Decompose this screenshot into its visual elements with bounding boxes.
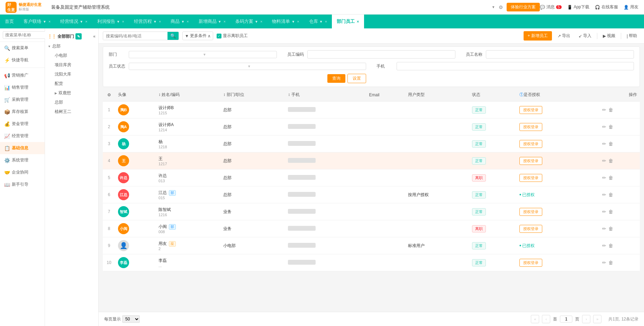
sidebar-item-search[interactable]: 🔍 搜索菜单 xyxy=(0,42,45,54)
sidebar-item-system[interactable]: ⚙️ 系统管理 xyxy=(0,154,45,166)
edit-btn[interactable]: ✏ xyxy=(602,226,606,231)
edit-btn[interactable]: ✏ xyxy=(602,158,606,164)
sidebar-item-finance[interactable]: 💰 资金管理 xyxy=(0,118,45,130)
tab-goods[interactable]: 商品 ▼× xyxy=(166,15,193,28)
auth-login-btn[interactable]: 授权登录 xyxy=(519,259,542,267)
import-btn[interactable]: ↙ 导入 xyxy=(576,32,594,40)
filter-status-select[interactable]: ▼ xyxy=(129,63,366,70)
help-btn[interactable]: | 帮助 xyxy=(624,32,640,40)
col-name-code[interactable]: ↕ 姓名/编码 xyxy=(156,88,220,102)
delete-btn[interactable]: 🗑 xyxy=(608,260,613,265)
edit-btn[interactable]: ✏ xyxy=(602,192,606,197)
delete-btn[interactable]: 🗑 xyxy=(608,107,613,113)
sidebar-item-purchase[interactable]: 🛒 采购管理 xyxy=(0,94,45,106)
tab-barcode[interactable]: 条码方案 ▼× xyxy=(230,15,267,28)
more-filter-btn[interactable]: ▼ 更多条件 ∧ xyxy=(182,32,213,40)
trial-button[interactable]: 体验行业方案 xyxy=(507,3,540,11)
sidebar-item-collab[interactable]: 🤝 企业协同 xyxy=(0,166,45,178)
delete-btn[interactable]: 🗑 xyxy=(608,158,613,164)
next-page-btn[interactable]: › xyxy=(582,315,590,323)
tab-home[interactable]: 首页 xyxy=(0,15,19,28)
page-input[interactable] xyxy=(560,316,572,323)
sidebar-item-sales[interactable]: 📊 销售管理 xyxy=(0,81,45,94)
dept-item-xiaodian[interactable]: 小电部 xyxy=(45,51,98,60)
tab-warehouse[interactable]: 仓库 ▼× xyxy=(304,15,332,28)
auth-login-btn[interactable]: 授权登录 xyxy=(519,106,542,114)
search-submit-btn[interactable]: 🔍 xyxy=(167,32,179,40)
show-offline-checkbox[interactable]: ✓ 显示离职员工 xyxy=(217,33,248,39)
expand-triangle: ▼ xyxy=(48,45,51,48)
query-button[interactable]: 查询 xyxy=(327,74,345,83)
delete-btn[interactable]: 🗑 xyxy=(608,226,613,231)
sidebar-item-quick[interactable]: ⚡ 快捷导航 xyxy=(0,54,45,66)
dept-item-xiangmu[interactable]: 项目库房 xyxy=(45,60,98,70)
per-page-select[interactable]: 50 100 200 xyxy=(122,315,140,323)
first-page-btn[interactable]: « xyxy=(531,315,539,323)
edit-btn[interactable]: ✏ xyxy=(602,141,606,147)
tab-bom[interactable]: 物料清单 ▼× xyxy=(267,15,304,28)
user-btn[interactable]: 👤 用友 xyxy=(624,4,638,10)
edit-btn[interactable]: ✏ xyxy=(602,260,606,265)
dept-item-zhishu[interactable]: 植树王二 xyxy=(45,107,98,116)
delete-btn[interactable]: 🗑 xyxy=(608,209,613,214)
dept-item-zongbu-parent[interactable]: ▼ 总部 xyxy=(45,42,98,51)
auth-login-btn[interactable]: 授权登录 xyxy=(519,208,542,216)
filter-dept-select[interactable]: ▼ xyxy=(129,51,277,58)
status-badge: 正常 xyxy=(472,123,486,131)
filter-empcode-input[interactable] xyxy=(307,50,455,59)
last-page-btn[interactable]: » xyxy=(593,315,601,323)
tab-employees[interactable]: 部门员工 × xyxy=(332,15,364,28)
edit-btn[interactable]: ✏ xyxy=(602,107,606,113)
auth-login-btn[interactable]: 授权登录 xyxy=(519,157,542,165)
dept-item-peihuo[interactable]: 配货 xyxy=(45,79,98,88)
edit-btn[interactable]: ✏ xyxy=(602,175,606,180)
online-service-btn[interactable]: 🎧 在线客服 xyxy=(595,4,618,10)
delete-btn[interactable]: 🗑 xyxy=(608,124,613,130)
tab-history[interactable]: 经营历程 ▼× xyxy=(129,15,166,28)
video-btn[interactable]: ▶ 视频 xyxy=(600,32,618,40)
settings-icon[interactable]: ⚙ xyxy=(499,5,503,10)
dept-item-shuangling[interactable]: ▶ 双鹿想 xyxy=(45,88,98,98)
cell-auth: 授权登录 xyxy=(517,118,586,135)
delete-btn[interactable]: 🗑 xyxy=(608,141,613,147)
col-dept[interactable]: ↕ 部门/职位 xyxy=(220,88,285,102)
delete-btn[interactable]: 🗑 xyxy=(608,192,613,197)
col-phone[interactable]: ↕ 手机 xyxy=(285,88,366,102)
auth-login-btn[interactable]: 授权登录 xyxy=(519,123,542,131)
auth-login-btn[interactable]: 授权登录 xyxy=(519,174,542,182)
sidebar-item-guide[interactable]: 📖 新手引导 xyxy=(0,178,45,191)
cell-auth: 已授权 xyxy=(517,186,586,203)
sidebar-item-inventory[interactable]: 📦 库存核算 xyxy=(0,106,45,118)
add-employee-button[interactable]: + 新增员工 xyxy=(524,31,552,41)
filter-phone-input[interactable] xyxy=(397,62,634,70)
dept-edit-icon[interactable]: ✎ xyxy=(75,33,82,39)
dept-item-zongbu2[interactable]: 总部 xyxy=(45,98,98,107)
auth-login-btn[interactable]: 授权登录 xyxy=(519,140,542,148)
delete-btn[interactable]: 🗑 xyxy=(608,175,613,180)
filter-empname-input[interactable] xyxy=(486,50,634,59)
nav-tabs: 首页 客户联络 ▼× 经营情况 ▼× 利润报告 ▼× 经营历程 ▼× 商品 ▼×… xyxy=(0,15,644,28)
tab-operation[interactable]: 经营情况 ▼× xyxy=(55,15,92,28)
tab-customer[interactable]: 客户联络 ▼× xyxy=(19,15,55,28)
edit-btn[interactable]: ✏ xyxy=(602,209,606,214)
sidebar-item-marketing[interactable]: 📢 营销推广 xyxy=(0,69,45,81)
export-btn[interactable]: ↗ 导出 xyxy=(555,32,573,40)
tab-profit[interactable]: 利润报告 ▼× xyxy=(92,15,129,28)
dept-collapse-btn[interactable]: « xyxy=(93,34,96,39)
dept-item-shenyang[interactable]: 沈阳大库 xyxy=(45,70,98,79)
auth-login-btn[interactable]: 授权登录 xyxy=(519,225,542,233)
msg-btn[interactable]: 💬 消息 5 xyxy=(540,4,562,10)
sidebar-item-basic[interactable]: 📋 基础信息 xyxy=(0,142,45,154)
sidebar-item-business[interactable]: 📈 经营管理 xyxy=(0,130,45,142)
edit-btn[interactable]: ✏ xyxy=(602,124,606,130)
system-dropdown-icon[interactable]: ▼ xyxy=(492,5,495,9)
col-settings[interactable]: ⚙ xyxy=(103,88,115,102)
edit-btn[interactable]: ✏ xyxy=(602,243,606,248)
reset-button[interactable]: 设置 xyxy=(347,74,366,83)
cell-phone xyxy=(285,118,366,135)
search-input[interactable] xyxy=(103,32,167,40)
prev-page-btn[interactable]: ‹ xyxy=(542,315,550,323)
tab-add-goods[interactable]: 新增商品 ▼× xyxy=(194,15,230,28)
delete-btn[interactable]: 🗑 xyxy=(608,243,613,248)
app-download-btn[interactable]: 📱 App下载 xyxy=(567,4,589,10)
